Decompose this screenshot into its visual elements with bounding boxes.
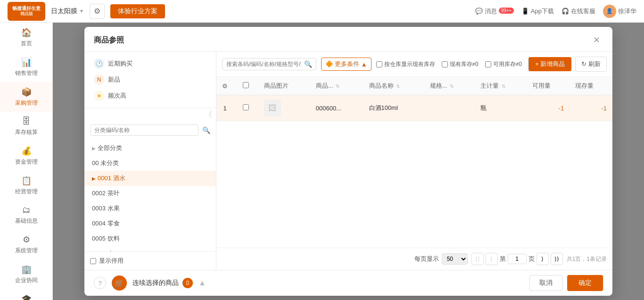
system-icon: ⚙ [23, 234, 30, 245]
message-icon: 💬 [475, 8, 483, 15]
cat-item-all[interactable]: ▶ 全部分类 [84, 141, 216, 156]
sidebar-item-enterprise[interactable]: 🏢 企业协同 [0, 259, 52, 289]
navbar: 畅捷通好生意 精品版 日太阳膜 ▼ ⚙ 体验行业方案 💬 消息 99++ 📱 A… [0, 0, 644, 23]
th-stock: 现存量 [570, 77, 612, 95]
filter-checkboxes: 按仓库显示现有库存 现有库存≠0 可用库存≠0 [376, 60, 522, 68]
row-checkbox[interactable] [243, 104, 249, 110]
stock-neq0-checkbox-label[interactable]: 现有库存≠0 [442, 60, 479, 68]
help-icon-btn[interactable]: ? [94, 277, 106, 289]
sidebar-item-guide[interactable]: 🎓 新手引导 [0, 289, 52, 300]
unit-sort-icon: ⇅ [502, 83, 505, 89]
sidebar: 🏠 首页 📊 销售管理 📦 采购管理 🗄 库存核算 💰 资金管理 📋 经营管理 … [0, 23, 53, 300]
cat-item-0002[interactable]: 0002 茶叶 [84, 186, 216, 201]
product-image: 🖼 [264, 100, 281, 117]
cat-item-0001[interactable]: ▶ 0001 酒水 [84, 171, 216, 186]
table-row[interactable]: 1 🖼 000600... 白酒100ml [216, 95, 612, 121]
code-sort-icon: ⇅ [336, 83, 339, 89]
cart-button[interactable]: 🛒 [112, 275, 127, 291]
page-input[interactable] [508, 254, 527, 264]
category-collapse-btn[interactable]: 《 [84, 108, 216, 122]
cat-item-0003[interactable]: 0003 水果 [84, 201, 216, 216]
modal-title: 商品参照 [94, 35, 124, 45]
th-available: 可用量 [527, 77, 570, 95]
warehouse-display-checkbox-label[interactable]: 按仓库显示现有库存 [376, 60, 435, 68]
sidebar-item-finance[interactable]: 💰 资金管理 [0, 141, 52, 171]
td-spec [424, 95, 475, 121]
cat-item-0005[interactable]: 0005 饮料 [84, 231, 216, 246]
select-all-checkbox[interactable] [243, 82, 249, 88]
th-checkbox [233, 77, 258, 95]
modal-body: 🕐 近期购买 N 新品 ★ 频次高 [84, 52, 612, 270]
first-page-btn[interactable]: ⟨⟨ [471, 253, 484, 265]
stock-neq0-checkbox[interactable] [442, 61, 448, 67]
quick-item-new[interactable]: N 新品 [90, 72, 210, 88]
td-available: -1 [527, 95, 570, 121]
product-search-box: 🔍 [222, 58, 316, 70]
cat-item-0004[interactable]: 0004 零食 [84, 216, 216, 231]
sidebar-label-sales: 销售管理 [15, 69, 38, 77]
available-neq0-checkbox[interactable] [485, 61, 491, 67]
sidebar-item-operations[interactable]: 📋 经营管理 [0, 171, 52, 200]
td-stock: -1 [570, 95, 612, 121]
add-product-button[interactable]: + 新增商品 [528, 57, 571, 71]
prev-page-btn[interactable]: ⟨ [486, 253, 498, 265]
sidebar-item-sales[interactable]: 📊 销售管理 [0, 52, 52, 82]
app-logo: 畅捷通好生意 精品版 [8, 2, 45, 21]
mobile-icon: 📱 [521, 8, 529, 15]
online-service-btn[interactable]: 🎧 在线客服 [561, 7, 595, 16]
refresh-button[interactable]: ↻ 刷新 [575, 57, 607, 72]
store-selector[interactable]: 日太阳膜 ▼ [51, 7, 84, 16]
inventory-icon: 🗄 [22, 117, 31, 126]
quick-item-frequent[interactable]: ★ 频次高 [90, 88, 210, 104]
pagination: 每页显示 50 20 100 ⟨⟨ ⟨ 第 [216, 248, 612, 270]
new-icon: N [94, 75, 104, 85]
sidebar-item-system[interactable]: ⚙ 系统管理 [0, 230, 52, 259]
cat-label-00: 00 未分类 [92, 159, 119, 167]
user-profile[interactable]: 👤 徐泽华 [603, 5, 636, 18]
cat-item-0008[interactable]: 0008 水 [84, 246, 216, 251]
settings-gear-icon[interactable]: ⚙ [90, 4, 105, 19]
sidebar-item-inventory[interactable]: 🗄 库存核算 [0, 112, 52, 141]
navbar-right: 💬 消息 99++ 📱 App下载 🎧 在线客服 👤 徐泽华 [475, 5, 636, 18]
new-label: 新品 [108, 75, 120, 84]
th-gear: ⚙ [216, 77, 233, 95]
table-body: 1 🖼 000600... 白酒100ml [216, 95, 612, 121]
operations-icon: 📋 [21, 175, 32, 186]
warehouse-display-label: 按仓库显示现有库存 [384, 60, 435, 68]
messages-btn[interactable]: 💬 消息 99++ [475, 7, 514, 16]
modal-close-button[interactable]: ✕ [590, 33, 603, 47]
cancel-button[interactable]: 取消 [529, 275, 562, 291]
available-neq0-checkbox-label[interactable]: 可用库存≠0 [485, 60, 522, 68]
sidebar-item-basicinfo[interactable]: 🗂 基础信息 [0, 200, 52, 230]
per-page-select[interactable]: 50 20 100 [442, 253, 468, 265]
trial-button[interactable]: 体验行业方案 [110, 4, 165, 18]
show-disabled-checkbox[interactable] [90, 258, 96, 264]
product-toolbar: 🔍 🔶 更多条件 ▲ 按仓库显示现有库存 [216, 52, 612, 77]
product-search-input[interactable] [226, 61, 301, 67]
enterprise-icon: 🏢 [21, 264, 32, 275]
cat-item-00[interactable]: 00 未分类 [84, 156, 216, 171]
category-search-input[interactable] [90, 125, 198, 136]
quick-item-recent[interactable]: 🕐 近期购买 [90, 56, 210, 72]
avatar: 👤 [603, 5, 616, 18]
sidebar-item-home[interactable]: 🏠 首页 [0, 23, 52, 52]
footer-collapse-icon[interactable]: ▲ [198, 279, 206, 287]
quick-access-section: 🕐 近期购买 N 新品 ★ 频次高 [84, 52, 216, 108]
app-download-btn[interactable]: 📱 App下载 [521, 7, 554, 16]
modal-overlay: 商品参照 ✕ 🕐 近期购买 N [53, 23, 644, 300]
th-unit: 主计量 ⇅ [475, 77, 527, 95]
confirm-button[interactable]: 确定 [567, 275, 603, 291]
show-disabled-label: 显示停用 [99, 257, 124, 265]
sales-icon: 📊 [21, 57, 32, 67]
show-disabled-row: 显示停用 [84, 251, 216, 270]
store-name: 日太阳膜 [51, 7, 77, 16]
product-search-icon[interactable]: 🔍 [304, 60, 312, 68]
selected-count-badge: 0 [182, 278, 193, 288]
sidebar-item-purchase[interactable]: 📦 采购管理 [0, 82, 52, 112]
category-search-icon[interactable]: 🔍 [202, 126, 210, 134]
sidebar-label-system: 系统管理 [15, 247, 38, 255]
last-page-btn[interactable]: ⟩⟩ [551, 253, 563, 265]
warehouse-display-checkbox[interactable] [376, 61, 382, 67]
next-page-btn[interactable]: ⟩ [537, 253, 549, 265]
filter-more-button[interactable]: 🔶 更多条件 ▲ [321, 58, 372, 71]
